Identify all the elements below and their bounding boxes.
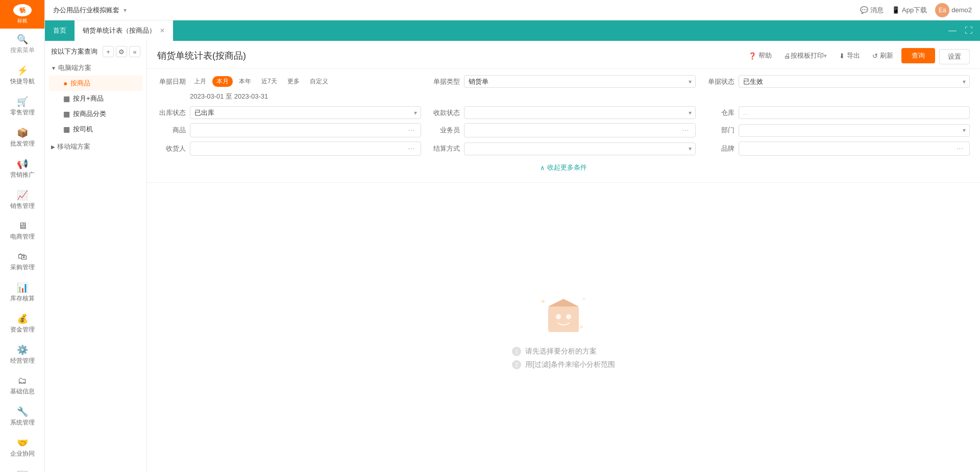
sidebar-item-basic[interactable]: 🗂 基础信息 — [0, 370, 44, 401]
sidebar-marketing-label: 营销推广 — [10, 171, 35, 179]
sidebar-search-item[interactable]: 🔍 搜索菜单 — [0, 29, 44, 60]
query-button[interactable]: 查询 — [901, 48, 935, 63]
scheme-group-mobile-label: 移动端方案 — [57, 142, 90, 151]
tab-maximize-button[interactable]: ⛶ — [962, 23, 976, 38]
dept-label: 部门 — [706, 126, 734, 135]
sidebar-item-quicknav[interactable]: ⚡ 快捷导航 — [0, 60, 44, 91]
date-tab-more[interactable]: 更多 — [283, 76, 304, 87]
inventory-icon: 📊 — [17, 282, 28, 293]
tab-close-icon[interactable]: ✕ — [160, 27, 165, 34]
date-tab-thisyear[interactable]: 本年 — [235, 76, 255, 87]
docstatus-dropdown[interactable]: 已生效 ▾ — [739, 75, 970, 88]
outstatus-select[interactable]: 已出库 — [190, 106, 421, 119]
salesman-ellipsis[interactable]: ··· — [680, 126, 691, 135]
sidebar-item-wholesale[interactable]: 📦 批发管理 — [0, 122, 44, 153]
docstatus-select[interactable]: 已生效 — [739, 75, 970, 88]
product-input-wrapper[interactable]: ··· — [190, 123, 421, 137]
sidebar-item-ecommerce[interactable]: 🖥 电商管理 — [0, 216, 44, 246]
empty-step1-text: 请先选择要分析的方案 — [525, 347, 597, 356]
sidebar-item-marketing[interactable]: 📢 营销推广 — [0, 153, 44, 184]
date-tab-7days[interactable]: 近7天 — [257, 76, 281, 87]
outstatus-dropdown[interactable]: 已出库 ▾ — [190, 106, 421, 119]
scheme-by-month-product-label: 按月+商品 — [73, 94, 104, 103]
scheme-item-by-category[interactable]: ▦ 按商品分类 — [49, 106, 142, 122]
user-menu[interactable]: Ea demo2 — [935, 3, 972, 17]
sidebar-item-enterprise[interactable]: 🤝 企业协同 — [0, 432, 44, 463]
sidebar-item-finance[interactable]: 💰 资金管理 — [0, 308, 44, 339]
app-download-button[interactable]: 📱 App下载 — [892, 6, 927, 15]
sidebar-quicknav-label: 快捷导航 — [10, 77, 35, 86]
scheme-group-pc-title[interactable]: ▼ 电脑端方案 — [49, 60, 142, 76]
product-ellipsis[interactable]: ··· — [406, 126, 416, 135]
sidebar-sales-label: 销售管理 — [10, 202, 35, 210]
scheme-item-by-cashier[interactable]: ▦ 按司机 — [49, 122, 142, 137]
date-tab-thismonth[interactable]: 本月 — [212, 76, 233, 87]
dept-select[interactable] — [739, 124, 970, 137]
filter-cell-product: 商品 ··· — [157, 123, 421, 137]
date-tabs: 上月 本月 本年 近7天 更多 自定义 — [190, 76, 332, 87]
date-tab-custom[interactable]: 自定义 — [306, 76, 332, 87]
filter-row-4: 收货人 ··· 结算方式 ▾ — [157, 141, 970, 156]
add-scheme-button[interactable]: + — [103, 46, 114, 57]
topbar-dropdown-arrow[interactable]: ▾ — [124, 7, 127, 14]
wholesale-icon: 📦 — [17, 127, 28, 138]
sidebar-item-operation[interactable]: ⚙️ 经营管理 — [0, 339, 44, 370]
template-print-button[interactable]: 🖨 按模板打印 ▾ — [780, 49, 831, 62]
doctype-dropdown[interactable]: 销货单 ▾ — [464, 75, 695, 88]
sidebar-item-sales[interactable]: 📈 销售管理 — [0, 184, 44, 216]
sidebar-ecommerce-label: 电商管理 — [10, 232, 35, 241]
date-tab-lastmonth[interactable]: 上月 — [190, 76, 210, 87]
sidebar-item-retail[interactable]: 🛒 零售管理 — [0, 91, 44, 122]
product-label: 商品 — [157, 126, 186, 135]
message-button[interactable]: 💬 消息 — [860, 6, 884, 15]
brand-input-wrapper[interactable]: ··· — [739, 141, 970, 156]
settlement-dropdown[interactable]: ▾ — [464, 143, 695, 155]
export-button[interactable]: ⬇ 导出 — [835, 49, 864, 62]
sidebar-retail-label: 零售管理 — [10, 108, 35, 117]
empty-step-2: 2 用[过滤]条件来缩小分析范围 — [512, 360, 615, 369]
refresh-button[interactable]: ↺ 刷新 — [868, 49, 897, 62]
sidebar-item-newbie[interactable]: 📖 新手引导 — [0, 463, 44, 472]
dept-dropdown[interactable]: ▾ — [739, 124, 970, 137]
scheme-item-by-month-product[interactable]: ▦ 按月+商品 — [49, 91, 142, 106]
doctype-select[interactable]: 销货单 — [464, 75, 695, 88]
tab-sales-report[interactable]: 销货单统计表（按商品） ✕ — [75, 20, 173, 41]
main-area: 办公用品行业模拟账套 ▾ 💬 消息 📱 App下载 Ea demo2 首页 — [45, 0, 980, 472]
salesman-input-wrapper[interactable]: ··· — [464, 123, 695, 137]
sidebar-item-purchase[interactable]: 🛍 采购管理 — [0, 246, 44, 277]
tabbar-actions: — ⛶ — [945, 23, 980, 38]
group-expand-icon: ▼ — [51, 65, 56, 71]
scheme-item-by-product[interactable]: ● 按商品 — [49, 76, 142, 91]
receiver-input-wrapper[interactable]: ··· — [190, 141, 421, 156]
quicknav-icon: ⚡ — [17, 65, 28, 76]
finance-icon: 💰 — [17, 313, 28, 324]
filter-row-1: 单据日期 上月 本月 本年 近7天 更多 自定义 — [157, 75, 970, 88]
brand-ellipsis[interactable]: ··· — [954, 144, 965, 153]
scheme-group-mobile-title[interactable]: ▶ 移动端方案 — [49, 139, 142, 154]
tab-minimize-button[interactable]: — — [945, 23, 960, 38]
settlement-select[interactable] — [464, 143, 695, 155]
brand-label: 品牌 — [706, 144, 734, 153]
sidebar-item-system[interactable]: 🔧 系统管理 — [0, 401, 44, 432]
payment-select[interactable] — [464, 106, 695, 119]
avatar-text: Ea — [939, 7, 946, 14]
setting-button[interactable]: 设置 — [939, 49, 970, 64]
sidebar-item-inventory[interactable]: 📊 库存核算 — [0, 277, 44, 308]
filter-cell-date: 单据日期 上月 本月 本年 近7天 更多 自定义 — [157, 75, 421, 88]
filter-cell-docstatus: 单据状态 已生效 ▾ — [706, 75, 970, 88]
collapse-panel-button[interactable]: « — [129, 46, 140, 57]
topbar-left: 办公用品行业模拟账套 ▾ — [53, 6, 127, 15]
collapse-button[interactable]: ∧ 收起更多条件 — [540, 163, 587, 172]
filter-cell-warehouse: 仓库 ... — [706, 106, 970, 119]
print-dropdown-arrow[interactable]: ▾ — [824, 53, 827, 59]
page-title-bar: 销货单统计表(按商品) ❓ 帮助 🖨 按模板打印 ▾ ⬇ 导出 — [147, 41, 980, 69]
scheme-settings-button[interactable]: ⚙ — [116, 46, 127, 57]
warehouse-input-wrapper[interactable]: ... — [739, 106, 970, 119]
page-actions: ❓ 帮助 🖨 按模板打印 ▾ ⬇ 导出 ↺ 刷新 — [744, 47, 970, 64]
tab-home[interactable]: 首页 — [45, 20, 75, 41]
sales-icon: 📈 — [17, 190, 28, 201]
operation-icon: ⚙️ — [17, 344, 28, 356]
payment-dropdown[interactable]: ▾ — [464, 106, 695, 119]
receiver-ellipsis[interactable]: ··· — [406, 144, 416, 153]
help-button[interactable]: ❓ 帮助 — [744, 49, 776, 62]
